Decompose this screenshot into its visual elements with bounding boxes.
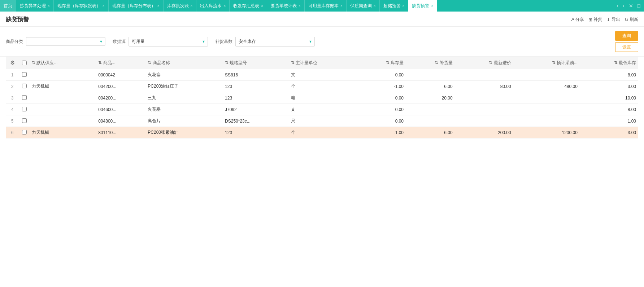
row-supplement <box>406 104 455 115</box>
nav-tab-chaocy[interactable]: 超储预警× <box>380 0 409 12</box>
row-unit: 支 <box>289 69 357 81</box>
row-checkbox[interactable] <box>22 118 27 123</box>
nav-tab-tycyc[interactable]: 拣货异常处理× <box>16 0 54 12</box>
table-row: 2力天机械004200...PC200油缸庄子123个-1.006.0080.0… <box>6 81 638 92</box>
tab-close-yaohd[interactable]: × <box>299 4 301 8</box>
col-latest-price-label: ⇅ 最新进价 <box>489 60 511 66</box>
nav-maximize-button[interactable]: □ <box>635 3 643 9</box>
query-button[interactable]: 查询 <box>615 31 638 41</box>
page-header: 缺货预警 ↗ 分享 ⊞ 补货 ⤓ 导出 ↻ 刷新 <box>0 12 644 27</box>
table-row: 10000042火花塞SS816支0.008.00 <box>6 69 638 81</box>
table-wrapper: ⚙ ⇅ 默认供应... ⇅ <box>0 57 644 138</box>
col-stock: ⇅ 库存量 <box>357 57 406 69</box>
share-button[interactable]: ↗ 分享 <box>570 17 584 23</box>
row-spec: 123 <box>223 92 289 104</box>
datasource-arrow-icon: ▾ <box>203 39 205 44</box>
nav-tab-yaohd[interactable]: 要货单统计表× <box>267 0 305 12</box>
row-estimated-purchase <box>513 69 580 81</box>
datasource-filter-group: 数据源 可用量 ▾ <box>113 37 208 47</box>
tab-close-keyongl[interactable]: × <box>340 4 343 8</box>
row-index: 5 <box>6 115 19 127</box>
row-supplier <box>30 104 96 115</box>
nav-next-button[interactable]: › <box>621 3 627 9</box>
filter-row: 商品分类 ▾ 数据源 可用量 ▾ 补货基数 安全库存 ▾ 查询 设置 <box>0 27 644 57</box>
supplement-button[interactable]: ⊞ 补货 <box>588 17 602 23</box>
row-checkbox[interactable] <box>22 95 27 100</box>
row-estimated-purchase: 1200.00 <box>513 127 580 138</box>
nav-tab-baozq[interactable]: 保质期查询× <box>347 0 380 12</box>
tab-close-chaocy[interactable]: × <box>402 4 405 8</box>
row-product-name: 火花塞 <box>145 69 223 81</box>
nav-tab-xianzlb[interactable]: 现存量（库存分布表）× <box>109 0 164 12</box>
row-spec: DS250*23c... <box>223 115 289 127</box>
row-spec: 123 <box>223 127 289 138</box>
replenish-filter-group: 补货基数 安全库存 ▾ <box>215 37 315 47</box>
tab-close-shoufs[interactable]: × <box>261 4 263 8</box>
tab-close-baozq[interactable]: × <box>374 4 376 8</box>
row-product-name: PC200张紧油缸 <box>145 127 223 138</box>
page-content: 缺货预警 ↗ 分享 ⊞ 补货 ⤓ 导出 ↻ 刷新 商品分类 <box>0 12 644 287</box>
table-row: 6力天机械801110...PC200张紧油缸123个-1.006.00200.… <box>6 127 638 138</box>
row-checkbox[interactable] <box>22 107 27 111</box>
row-checkbox[interactable] <box>22 130 27 134</box>
datasource-select[interactable]: 可用量 ▾ <box>129 37 208 47</box>
row-min-stock: 1.00 <box>580 115 638 127</box>
row-stock: 0.00 <box>357 92 406 104</box>
settings-button[interactable]: 设置 <box>615 42 638 52</box>
row-spec: SS816 <box>223 69 289 81</box>
row-checkbox[interactable] <box>22 84 27 88</box>
col-min-stock: ⇅ 最低库存 <box>580 57 638 69</box>
tab-close-quehyw[interactable]: × <box>431 4 433 8</box>
row-supplement: 6.00 <box>406 81 455 92</box>
filter-actions: 查询 设置 <box>615 31 638 52</box>
data-table: ⚙ ⇅ 默认供应... ⇅ <box>6 57 638 138</box>
col-product-code-label: ⇅ 商品... <box>98 60 115 66</box>
tab-close-pczhang[interactable]: × <box>191 4 193 8</box>
refresh-button[interactable]: ↻ 刷新 <box>625 17 638 23</box>
col-product-name-label: ⇅ 商品名称 <box>148 60 170 66</box>
col-spec-label: ⇅ 规格型号 <box>225 60 247 66</box>
nav-prev-button[interactable]: ‹ <box>614 3 621 9</box>
row-product-name: 火花塞 <box>145 104 223 115</box>
tab-close-xianzlb[interactable]: × <box>157 4 160 8</box>
table-row: 3004200...三九123箱0.0020.0010.00 <box>6 92 638 104</box>
row-stock: 0.00 <box>357 115 406 127</box>
supplement-icon: ⊞ <box>588 17 592 22</box>
col-checkbox <box>19 57 30 69</box>
row-estimated-purchase <box>513 115 580 127</box>
nav-tab-shoufs[interactable]: 收发存汇总表× <box>230 0 267 12</box>
nav-tab-home[interactable]: 首页 <box>0 0 16 12</box>
share-icon: ↗ <box>570 17 574 22</box>
col-supplier-label: ⇅ 默认供应... <box>32 60 57 66</box>
row-estimated-purchase <box>513 104 580 115</box>
table-row: 4004600...火花塞J7092支0.008.00 <box>6 104 638 115</box>
nav-tab-pczhang[interactable]: 库存批次账× <box>164 0 197 12</box>
row-unit: 个 <box>289 127 357 138</box>
tab-close-tycyc[interactable]: × <box>48 4 50 8</box>
nav-tab-keyongl[interactable]: 可用量库存账本× <box>305 0 347 12</box>
nav-tab-churk[interactable]: 出入库流水× <box>196 0 230 12</box>
column-settings-icon[interactable]: ⚙ <box>10 59 15 66</box>
row-checkbox-cell <box>19 127 30 138</box>
nav-tab-quehyw[interactable]: 缺货预警× <box>408 0 437 12</box>
export-button[interactable]: ⤓ 导出 <box>606 17 620 23</box>
row-product-name: 离合片 <box>145 115 223 127</box>
tab-close-xianzl[interactable]: × <box>103 4 105 8</box>
row-index: 2 <box>6 81 19 92</box>
tab-close-churk[interactable]: × <box>223 4 226 8</box>
col-supplier: ⇅ 默认供应... <box>30 57 96 69</box>
replenish-select[interactable]: 安全库存 ▾ <box>235 37 315 47</box>
nav-close-button[interactable]: ✕ <box>627 3 635 9</box>
row-spec: 123 <box>223 81 289 92</box>
row-product-code: 004600... <box>96 104 145 115</box>
row-min-stock: 3.00 <box>580 127 638 138</box>
row-supplement <box>406 69 455 81</box>
row-min-stock: 8.00 <box>580 104 638 115</box>
select-all-checkbox[interactable] <box>22 61 27 65</box>
row-supplier: 力天机械 <box>30 127 96 138</box>
row-checkbox[interactable] <box>22 72 27 77</box>
category-select[interactable]: ▾ <box>26 37 105 46</box>
row-supplier <box>30 92 96 104</box>
row-product-code: 004800... <box>96 115 145 127</box>
nav-tab-xianzl[interactable]: 现存量（库存状况表）× <box>54 0 109 12</box>
